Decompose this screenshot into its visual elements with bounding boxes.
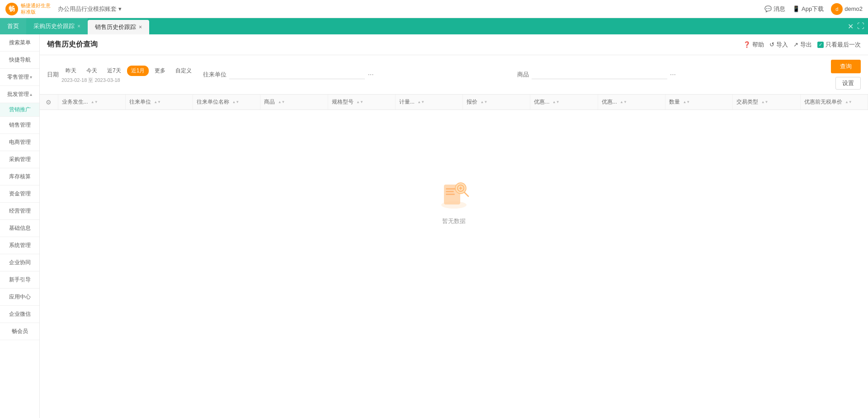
product-picker-icon[interactable]: ··· (670, 71, 676, 79)
sidebar-item-basic[interactable]: 基础信息 (0, 220, 39, 237)
th-pretax-price[interactable]: 优惠前无税单价 ▲▼ (800, 95, 868, 110)
sidebar-item-app-center[interactable]: 应用中心 (0, 289, 39, 306)
top-bar-left: 畅 畅捷通好生意 标准版 办公用品行业模拟账套 ▾ (5, 3, 125, 15)
sidebar-item-purchase[interactable]: 采购管理 (0, 151, 39, 168)
date-btn-1month[interactable]: 近1月 (127, 66, 149, 76)
sort-arrows-unit: ▲▼ (417, 100, 425, 104)
sort-arrows-spec: ▲▼ (356, 100, 363, 104)
th-biz-date[interactable]: 业务发生... ▲▼ (58, 95, 125, 110)
product-input[interactable] (532, 70, 667, 79)
sidebar-item-enterprise[interactable]: 企业协同 (0, 254, 39, 271)
th-discount1[interactable]: 优惠... ▲▼ (530, 95, 598, 110)
date-filter-group: 日期 昨天 今天 近7天 近1月 更多 自定义 2023-02-18 至 202… (47, 66, 196, 84)
settings-button[interactable]: 设置 (835, 77, 861, 90)
th-settings[interactable]: ⚙ (40, 95, 58, 110)
user-menu[interactable]: d demo2 (831, 3, 863, 15)
th-quantity-label: 数量 (669, 99, 680, 105)
sort-arrows-pretax-price: ▲▼ (845, 100, 852, 104)
tab-sales-history[interactable]: 销售历史价跟踪 × (88, 20, 149, 34)
date-buttons: 昨天 今天 近7天 近1月 更多 自定义 (61, 66, 196, 76)
maximize-icon[interactable]: ⛶ (857, 22, 864, 30)
sidebar-item-retail[interactable]: 零售管理 ▾ (0, 69, 39, 86)
sidebar-item-inventory[interactable]: 库存核算 (0, 168, 39, 185)
sort-arrows-quantity: ▲▼ (683, 100, 690, 104)
close-sales-tab-icon[interactable]: × (139, 24, 142, 30)
sidebar-label-wechat: 企业微信 (9, 311, 31, 317)
sidebar-label-wholesale: 批发管理 (7, 90, 29, 98)
th-partner-name-label: 往来单位名称 (197, 99, 229, 105)
date-btn-yesterday[interactable]: 昨天 (61, 66, 80, 76)
export-btn[interactable]: ↗ 导出 (793, 41, 812, 49)
date-btn-custom[interactable]: 自定义 (171, 66, 196, 76)
sidebar-label-basic: 基础信息 (9, 225, 31, 231)
sidebar-label-membership: 畅会员 (12, 328, 28, 334)
download-icon: 📱 (793, 5, 800, 12)
sidebar-item-finance[interactable]: 资金管理 (0, 185, 39, 203)
th-partner-name[interactable]: 往来单位名称 ▲▼ (193, 95, 260, 110)
export-icon: ↗ (793, 41, 798, 48)
tab-home[interactable]: 首页 (0, 18, 26, 34)
sidebar-item-marketing[interactable]: 营销推广 (0, 103, 39, 117)
date-range-display: 2023-02-18 至 2023-03-18 (61, 77, 196, 84)
sidebar-item-search[interactable]: 搜索菜单 (0, 34, 39, 52)
th-discount2-label: 优惠... (602, 99, 617, 105)
table-container: ⚙ 业务发生... ▲▼ 往来单位 ▲▼ 往来单位名称 ▲▼ (40, 95, 868, 418)
sidebar-label-finance: 资金管理 (9, 190, 31, 197)
empty-cell: 暂无数据 (40, 110, 868, 291)
checkbox-icon: ✓ (817, 42, 824, 48)
close-window-icon[interactable]: ✕ (848, 22, 854, 31)
tab-bar: 首页 采购历史价跟踪 × 销售历史价跟踪 × ✕ ⛶ (0, 18, 868, 34)
close-purchase-tab-icon[interactable]: × (77, 23, 80, 29)
product-filter-group: 商品 ··· (517, 70, 824, 79)
sidebar-item-wholesale[interactable]: 批发管理 ▴ (0, 86, 39, 103)
app-selector[interactable]: 办公用品行业模拟账套 ▾ (54, 3, 125, 15)
th-spec[interactable]: 规格型号 ▲▼ (328, 95, 395, 110)
help-btn[interactable]: ❓ 帮助 (743, 41, 764, 49)
empty-row: 暂无数据 (40, 110, 868, 291)
message-btn[interactable]: 💬 消息 (764, 5, 785, 13)
sales-history-tab-label: 销售历史价跟踪 (95, 23, 136, 31)
sidebar-item-system[interactable]: 系统管理 (0, 237, 39, 254)
th-trade-type[interactable]: 交易类型 ▲▼ (733, 95, 800, 110)
product-label: 商品 (517, 71, 529, 79)
partner-picker-icon[interactable]: ··· (368, 71, 373, 79)
sidebar-label-purchase: 采购管理 (9, 156, 31, 162)
partner-input[interactable] (229, 70, 365, 79)
only-last-checkbox[interactable]: ✓ 只看最后一次 (817, 41, 861, 49)
sidebar-item-membership[interactable]: 畅会员 (0, 323, 39, 340)
th-pretax-price-label: 优惠前无税单价 (804, 99, 842, 105)
table-body: 暂无数据 (40, 110, 868, 291)
date-btn-more[interactable]: 更多 (151, 66, 170, 76)
th-unit[interactable]: 计量... ▲▼ (395, 95, 462, 110)
tab-purchase-history[interactable]: 采购历史价跟踪 × (26, 18, 88, 34)
th-discount2[interactable]: 优惠... ▲▼ (598, 95, 665, 110)
sidebar-item-shortcuts[interactable]: 快捷导航 (0, 52, 39, 69)
import-btn[interactable]: ↺ 导入 (769, 41, 788, 49)
filter-bar: 日期 昨天 今天 近7天 近1月 更多 自定义 2023-02-18 至 202… (40, 55, 868, 95)
th-unit-label: 计量... (399, 99, 415, 105)
settings-gear-icon[interactable]: ⚙ (46, 99, 52, 106)
date-label: 日期 (47, 71, 59, 79)
date-btn-7days[interactable]: 近7天 (103, 66, 125, 76)
sidebar-item-ecommerce[interactable]: 电商管理 (0, 134, 39, 151)
chevron-down-icon: ▾ (118, 5, 122, 12)
logo-area: 畅 畅捷通好生意 标准版 (5, 3, 51, 15)
sidebar-item-newbie[interactable]: 新手引导 (0, 271, 39, 289)
partner-filter-group: 往来单位 ··· (203, 70, 509, 79)
sidebar-item-sales-mgmt[interactable]: 销售管理 (0, 117, 39, 134)
sidebar-item-operations[interactable]: 经营管理 (0, 203, 39, 220)
app-download-btn[interactable]: 📱 App下载 (793, 5, 824, 13)
sidebar-label-enterprise: 企业协同 (9, 259, 31, 266)
logo-text: 畅捷通好生意 标准版 (21, 3, 51, 14)
top-bar: 畅 畅捷通好生意 标准版 办公用品行业模拟账套 ▾ 💬 消息 📱 App下载 d… (0, 0, 868, 18)
query-button[interactable]: 查询 (831, 60, 861, 73)
th-quantity[interactable]: 数量 ▲▼ (665, 95, 733, 110)
th-price[interactable]: 报价 ▲▼ (463, 95, 530, 110)
th-product[interactable]: 商品 ▲▼ (260, 95, 328, 110)
chevron-up-wholesale-icon: ▴ (30, 92, 32, 97)
sidebar-item-wechat[interactable]: 企业微信 (0, 306, 39, 323)
sort-arrows-discount1: ▲▼ (552, 100, 560, 104)
th-partner-code[interactable]: 往来单位 ▲▼ (125, 95, 193, 110)
content-area: 销售历史价查询 ❓ 帮助 ↺ 导入 ↗ 导出 ✓ 只 (40, 34, 868, 418)
date-btn-today[interactable]: 今天 (82, 66, 101, 76)
